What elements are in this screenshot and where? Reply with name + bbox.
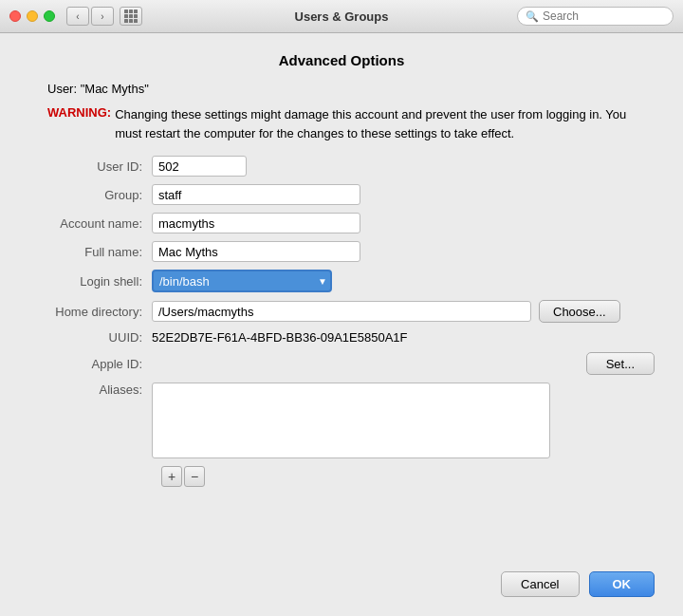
titlebar: ‹ › Users & Groups 🔍: [0, 0, 683, 33]
main-content: Advanced Options User: "Mac Myths" WARNI…: [0, 33, 683, 616]
user-id-input[interactable]: [152, 156, 247, 177]
home-directory-input[interactable]: [152, 301, 531, 322]
forward-button[interactable]: ›: [91, 7, 114, 26]
uuid-label: UUID:: [28, 330, 152, 345]
home-directory-label: Home directory:: [28, 305, 152, 319]
grid-icon: [124, 9, 138, 23]
aliases-row: Aliases:: [28, 383, 655, 458]
aliases-textarea[interactable]: [152, 383, 550, 458]
search-input[interactable]: [543, 9, 665, 23]
user-line: User: "Mac Myths": [47, 82, 655, 96]
window-title: Users & Groups: [295, 9, 389, 24]
add-alias-button[interactable]: +: [161, 466, 182, 487]
dialog-title: Advanced Options: [28, 52, 655, 68]
ok-button[interactable]: OK: [589, 571, 655, 597]
bottom-buttons: Cancel OK: [28, 566, 655, 597]
login-shell-label: Login shell:: [28, 274, 152, 289]
account-name-row: Account name:: [28, 213, 655, 233]
user-name: "Mac Myths": [81, 82, 149, 96]
full-name-input[interactable]: [152, 241, 360, 262]
group-row: Group:: [28, 184, 655, 205]
search-box[interactable]: 🔍: [517, 7, 674, 26]
traffic-lights: [9, 10, 55, 22]
nav-buttons: ‹ ›: [66, 7, 114, 26]
apple-id-label: Apple ID:: [28, 357, 152, 371]
login-shell-row: Login shell: /bin/bash /bin/zsh /bin/sh …: [28, 270, 655, 292]
warning-text: Changing these settings might damage thi…: [115, 105, 655, 142]
user-label: User:: [47, 82, 77, 96]
uuid-row: UUID: 52E2DB7E-F61A-4BFD-BB36-09A1E5850A…: [28, 330, 655, 345]
group-label: Group:: [28, 188, 152, 202]
maximize-button[interactable]: [44, 10, 55, 22]
login-shell-select-wrapper: /bin/bash /bin/zsh /bin/sh /bin/tcsh /bi…: [152, 270, 332, 292]
warning-label: WARNING:: [47, 105, 111, 142]
full-name-row: Full name:: [28, 241, 655, 262]
uuid-value: 52E2DB7E-F61A-4BFD-BB36-09A1E5850A1F: [152, 330, 408, 345]
apple-id-row: Apple ID: Set...: [28, 352, 655, 375]
full-name-label: Full name:: [28, 245, 152, 259]
user-id-row: User ID:: [28, 156, 655, 177]
choose-button[interactable]: Choose...: [539, 300, 620, 323]
remove-alias-button[interactable]: −: [184, 466, 205, 487]
group-input[interactable]: [152, 184, 360, 205]
search-icon: 🔍: [526, 10, 539, 23]
home-directory-row: Home directory: Choose...: [28, 300, 655, 323]
user-id-label: User ID:: [28, 159, 152, 174]
login-shell-select[interactable]: /bin/bash /bin/zsh /bin/sh /bin/tcsh /bi…: [152, 270, 332, 292]
plus-minus-row: + −: [161, 466, 655, 487]
close-button[interactable]: [9, 10, 21, 22]
account-name-label: Account name:: [28, 216, 152, 231]
cancel-button[interactable]: Cancel: [501, 571, 579, 597]
minimize-button[interactable]: [27, 10, 38, 22]
grid-button[interactable]: [120, 7, 142, 26]
back-button[interactable]: ‹: [66, 7, 89, 26]
aliases-label: Aliases:: [28, 383, 152, 397]
form-section: User ID: Group: Account name: Full name:…: [28, 156, 655, 566]
account-name-input[interactable]: [152, 213, 360, 233]
warning-block: WARNING: Changing these settings might d…: [47, 105, 655, 142]
set-button[interactable]: Set...: [586, 352, 655, 375]
